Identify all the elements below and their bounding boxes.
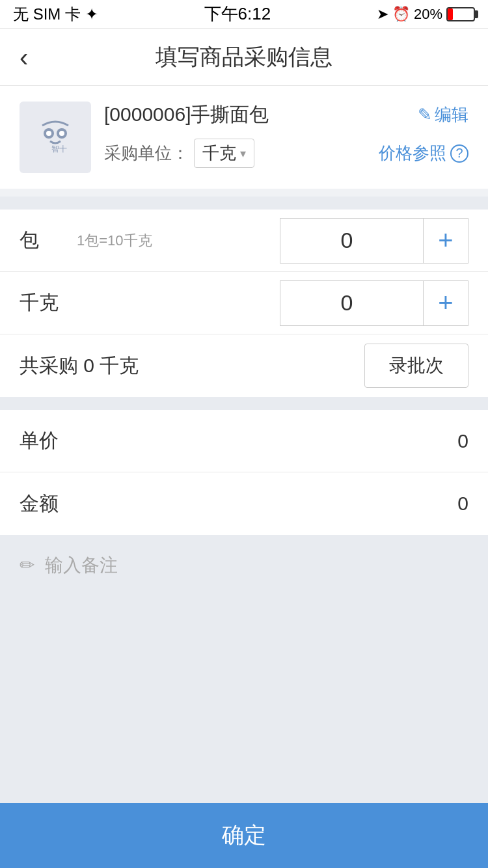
kg-plus-button[interactable]: + [423,280,468,326]
edit-button[interactable]: ✎ 编辑 [418,103,468,126]
status-bar: 无 SIM 卡 ✦ 下午6:12 ➤ ⏰ 20% [0,0,488,29]
confirm-button[interactable]: 确定 [0,803,488,868]
kg-input[interactable] [280,280,423,326]
status-left: 无 SIM 卡 ✦ [13,4,98,25]
battery-percent: 20% [414,6,442,23]
unit-price-row: 单价 0 [0,410,488,472]
svg-text:智十: 智十 [51,144,67,154]
product-image: 智十 [20,102,91,173]
battery-icon [446,7,475,21]
help-icon: ? [450,144,468,163]
price-section: 单价 0 金额 0 [0,410,488,535]
bao-row: 包 1包=10千克 + [0,210,488,272]
purchase-unit-row: 采购单位： 千克 ▾ 价格参照 ? [104,139,468,168]
amount-value: 0 [457,493,468,515]
sim-label: 无 SIM 卡 ✦ [13,4,98,25]
page-title: 填写商品采购信息 [156,42,332,72]
section-divider-2 [0,397,488,410]
product-card: 智十 [0000006]手撕面包 ✎ 编辑 采购单位： 千克 ▾ 价格参照 [0,86,488,189]
status-right: ➤ ⏰ 20% [377,6,475,23]
product-name-row: [0000006]手撕面包 ✎ 编辑 [104,102,468,128]
bao-plus-button[interactable]: + [423,218,468,264]
chevron-down-icon: ▾ [240,146,246,161]
status-time: 下午6:12 [204,3,271,25]
unit-price-label: 单价 [20,427,59,454]
product-name: [0000006]手撕面包 [104,102,269,128]
product-info: [0000006]手撕面包 ✎ 编辑 采购单位： 千克 ▾ 价格参照 ? [104,102,468,168]
unit-price-value: 0 [457,430,468,452]
location-icon: ➤ [377,6,388,23]
total-quantity: 0 [83,355,94,376]
pencil-icon: ✏ [20,554,34,576]
purchase-unit-label: 采购单位： [104,142,189,165]
price-ref-button[interactable]: 价格参照 ? [379,142,468,165]
nav-bar: ‹ 填写商品采购信息 [0,29,488,86]
batch-button[interactable]: 录批次 [364,344,468,388]
edit-icon: ✎ [418,105,432,125]
product-logo: 智十 [36,115,75,159]
unit-select[interactable]: 千克 ▾ [194,139,254,168]
bao-sub-label: 1包=10千克 [77,231,280,251]
svg-point-3 [59,131,64,136]
back-button[interactable]: ‹ [20,44,28,70]
input-section: 包 1包=10千克 + 千克 + [0,210,488,334]
unit-value: 千克 [202,142,236,165]
kg-row: 千克 + [0,272,488,334]
total-row: 共采购 0 千克 录批次 [0,334,488,397]
amount-row: 金额 0 [0,472,488,535]
notes-placeholder: 输入备注 [45,553,118,578]
amount-label: 金额 [20,491,59,517]
bao-label: 包 [20,227,72,254]
total-text: 共采购 0 千克 [20,353,139,379]
bao-input-wrap: + [280,218,468,264]
kg-input-wrap: + [280,280,468,326]
kg-label: 千克 [20,290,72,316]
battery-fill [448,8,453,20]
section-divider-1 [0,197,488,210]
svg-point-2 [46,131,51,136]
notes-section[interactable]: ✏ 输入备注 [0,535,488,808]
bao-input[interactable] [280,218,423,264]
alarm-icon: ⏰ [392,6,410,23]
